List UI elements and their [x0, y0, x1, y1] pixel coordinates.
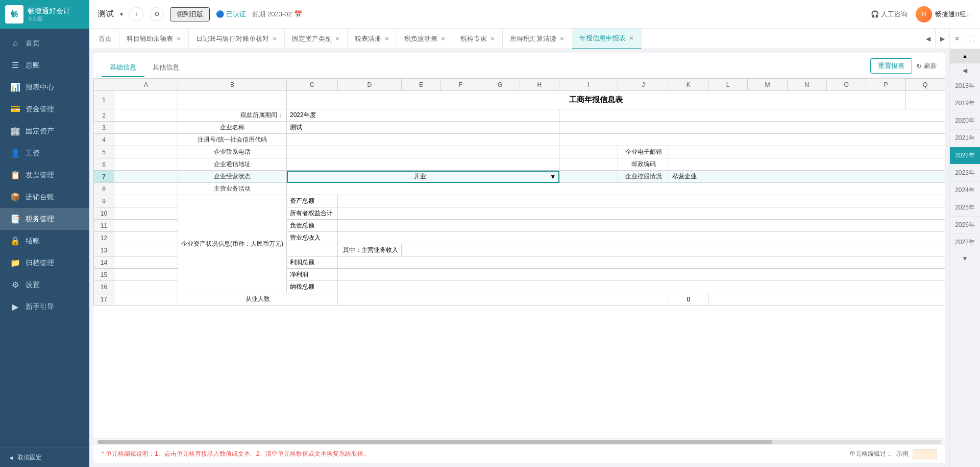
- cell-5-i[interactable]: [559, 146, 618, 158]
- col-header-i[interactable]: I: [559, 79, 618, 91]
- service-btn[interactable]: 🎧 人工咨询: [871, 10, 908, 19]
- cell-3-c[interactable]: 测试: [287, 122, 559, 134]
- cell-9-c[interactable]: 资产总额: [287, 195, 338, 207]
- cell-4-b[interactable]: 注册号/统一社会信用代码: [178, 134, 287, 146]
- cell-12-d[interactable]: [337, 232, 945, 244]
- cell-6-a[interactable]: [114, 158, 178, 171]
- cell-7-i[interactable]: [559, 171, 618, 183]
- settings-btn[interactable]: ⚙: [150, 7, 164, 21]
- cell-16-c[interactable]: 纳税总额: [287, 281, 338, 293]
- cell-17-l[interactable]: [708, 293, 945, 306]
- tab-tax-return[interactable]: 税表清册 ✕: [348, 29, 397, 49]
- tab-income-tax[interactable]: 所得税汇算清缴 ✕: [503, 29, 572, 49]
- right-panel-up-btn[interactable]: ▲: [950, 49, 980, 63]
- tab-fixed-cat[interactable]: 固定资产类别 ✕: [285, 29, 348, 49]
- tab-tax-expert[interactable]: 税检专家 ✕: [453, 29, 503, 49]
- tab-close-income-tax[interactable]: ✕: [559, 35, 565, 42]
- cell-8-c[interactable]: [287, 183, 945, 195]
- cell-6-k[interactable]: [669, 158, 945, 171]
- sidebar-item-fixed-assets[interactable]: 🏢 固定资产: [0, 120, 89, 142]
- cell-6-j[interactable]: 邮政编码: [618, 158, 669, 171]
- tab-aux-balance[interactable]: 科目辅助余额表 ✕: [119, 29, 189, 49]
- tab-close-tax-fluctuation[interactable]: ✕: [440, 35, 446, 42]
- cell-5-k[interactable]: [669, 146, 945, 158]
- col-header-o[interactable]: O: [826, 79, 866, 91]
- col-header-m[interactable]: M: [748, 79, 787, 91]
- cell-7-a[interactable]: [114, 171, 178, 183]
- cell-7-k[interactable]: 私营企业: [669, 171, 945, 183]
- spreadsheet-scroll[interactable]: A B C D E F G H I J: [93, 78, 945, 438]
- tab-close-journal[interactable]: ✕: [272, 35, 277, 42]
- subtab-basic[interactable]: 基础信息: [102, 59, 144, 77]
- cell-14-d[interactable]: [337, 256, 945, 269]
- col-header-c[interactable]: C: [287, 79, 338, 91]
- right-panel-collapse-btn[interactable]: ◀: [950, 63, 980, 78]
- cell-6-b[interactable]: 企业通信地址: [178, 158, 287, 171]
- cell-13-d[interactable]: 其中：主营业务收入: [337, 244, 401, 256]
- sidebar-item-ledger[interactable]: ☰ 总账: [0, 54, 89, 76]
- tab-next-btn[interactable]: ▶: [935, 29, 949, 49]
- cell-17-d[interactable]: [337, 293, 669, 306]
- cell-7-j[interactable]: 企业控股情况: [618, 171, 669, 183]
- cell-15-a[interactable]: [114, 269, 178, 281]
- tab-expand-btn[interactable]: ⛶: [964, 29, 978, 49]
- cell-1-a[interactable]: [114, 91, 178, 109]
- cell-3-a[interactable]: [114, 122, 178, 134]
- cell-6-c[interactable]: [287, 158, 559, 171]
- cell-2-a[interactable]: [114, 109, 178, 122]
- cell-16-a[interactable]: [114, 281, 178, 293]
- year-item-2022[interactable]: 2022年: [950, 147, 980, 165]
- refresh-btn[interactable]: ↻ 刷新: [916, 61, 937, 71]
- cell-2-b[interactable]: 税款所属期间：: [178, 109, 287, 122]
- cell-15-d[interactable]: [337, 269, 945, 281]
- cell-12-a[interactable]: [114, 232, 178, 244]
- cell-3-j[interactable]: [559, 122, 945, 134]
- cell-2-c[interactable]: 2022年度: [287, 109, 559, 122]
- sidebar-item-guide[interactable]: ▶ 新手引导: [0, 296, 89, 318]
- year-item-2024[interactable]: 2024年: [950, 182, 980, 199]
- cell-15-c[interactable]: 净利润: [287, 269, 338, 281]
- sidebar-item-closing[interactable]: 🔒 结账: [0, 230, 89, 252]
- tab-journal[interactable]: 日记账与银行对账单核对 ✕: [189, 29, 285, 49]
- year-item-2023[interactable]: 2023年: [950, 165, 980, 182]
- cell-8-a[interactable]: [114, 183, 178, 195]
- subtab-other[interactable]: 其他信息: [144, 59, 187, 77]
- cell-4-c[interactable]: [287, 134, 559, 146]
- year-item-2020[interactable]: 2020年: [950, 112, 980, 130]
- tab-home[interactable]: 首页: [91, 29, 119, 49]
- cell-17-a[interactable]: [114, 293, 178, 306]
- cell-7-c-dropdown[interactable]: 开业 ▼: [287, 171, 559, 183]
- tab-close-tax-return[interactable]: ✕: [384, 35, 389, 42]
- cell-9-d[interactable]: [337, 195, 945, 207]
- add-btn[interactable]: +: [129, 7, 143, 21]
- cell-13-c[interactable]: [287, 244, 338, 256]
- cell-10-c[interactable]: 所有者权益合计: [287, 207, 338, 220]
- sidebar-item-invoices[interactable]: 📋 发票管理: [0, 164, 89, 186]
- tab-close-aux-balance[interactable]: ✕: [176, 35, 181, 42]
- cell-8-b[interactable]: 主营业务活动: [178, 183, 287, 195]
- col-header-q[interactable]: Q: [905, 79, 945, 91]
- cell-10-d[interactable]: [337, 207, 945, 220]
- calendar-icon[interactable]: 📅: [294, 10, 302, 18]
- year-item-2021[interactable]: 2021年: [950, 130, 980, 147]
- sidebar-item-wages[interactable]: 👤 工资: [0, 142, 89, 164]
- cell-10-a[interactable]: [114, 207, 178, 220]
- cell-13-e[interactable]: [401, 244, 945, 256]
- tab-prev-btn[interactable]: ◀: [921, 29, 935, 49]
- sidebar-item-home[interactable]: ⌂ 首页: [0, 33, 89, 54]
- cell-6-i[interactable]: [559, 158, 618, 171]
- tab-close-tax-expert[interactable]: ✕: [490, 35, 495, 42]
- col-header-a[interactable]: A: [114, 79, 178, 91]
- col-header-l[interactable]: L: [708, 79, 747, 91]
- col-header-d[interactable]: D: [337, 79, 401, 91]
- cell-16-d[interactable]: [337, 281, 945, 293]
- cell-14-a[interactable]: [114, 256, 178, 269]
- title-dropdown-icon[interactable]: ▾: [120, 11, 123, 18]
- cell-11-d[interactable]: [337, 220, 945, 232]
- year-item-2019[interactable]: 2019年: [950, 95, 980, 112]
- cell-4-a[interactable]: [114, 134, 178, 146]
- reset-report-btn[interactable]: 重置报表: [870, 58, 912, 74]
- col-header-h[interactable]: H: [520, 79, 559, 91]
- col-header-j[interactable]: J: [618, 79, 669, 91]
- cell-13-a[interactable]: [114, 244, 178, 256]
